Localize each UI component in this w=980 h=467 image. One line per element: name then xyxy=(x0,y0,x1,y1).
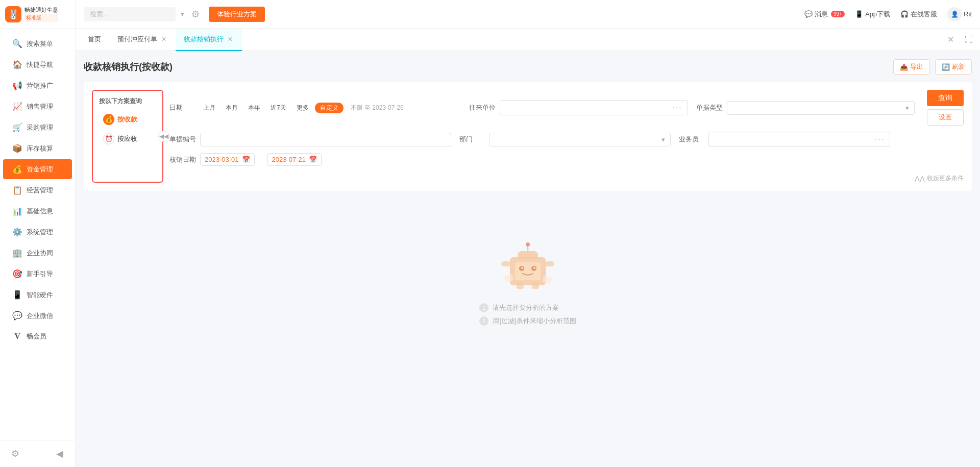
verify-date-to-input[interactable]: 2023-07-21 📅 xyxy=(267,153,322,166)
date-last-month-button[interactable]: 上月 xyxy=(199,103,219,113)
tab-collection-label: 收款核销执行 xyxy=(184,35,224,44)
date-this-month-button[interactable]: 本月 xyxy=(222,103,242,113)
sidebar-logo: 🐰 畅捷通好生意 标准版 xyxy=(0,0,75,29)
query-button[interactable]: 查询 xyxy=(927,90,964,106)
settings-button[interactable]: 设置 xyxy=(927,109,964,126)
verify-date-to-text: 2023-07-21 xyxy=(272,156,306,163)
calendar-to-icon: 📅 xyxy=(309,156,317,163)
user-avatar[interactable]: 👤 Rit xyxy=(947,7,972,21)
top-header: 搜索... ▾ ⚙ 体验行业方案 💬 消息 99+ 📱 App下载 🎧 在线客服… xyxy=(76,0,980,29)
filter-panel: 按以下方案查询 💰 按收款 ⏰ 按应收 ◀◀ 日期 xyxy=(84,82,972,191)
party-label: 往来单位 xyxy=(469,103,496,112)
export-icon: 📤 xyxy=(900,63,908,71)
sidebar-item-label: 企业微信 xyxy=(27,311,53,321)
sidebar-item-hardware[interactable]: 📱 智能硬件 xyxy=(3,285,72,305)
sidebar-item-label: 资金管理 xyxy=(27,165,53,174)
tab-home[interactable]: 首页 xyxy=(80,29,109,51)
tab-collection[interactable]: 收款核销执行 ✕ xyxy=(176,29,242,51)
industry-solution-button[interactable]: 体验行业方案 xyxy=(209,7,265,22)
message-icon: 💬 xyxy=(804,10,813,18)
svg-point-4 xyxy=(521,267,523,269)
sidebar-item-system[interactable]: ⚙️ 系统管理 xyxy=(3,222,72,242)
voucher-type-select[interactable]: ▾ xyxy=(727,101,915,115)
sidebar-item-marketing[interactable]: 📢 营销推广 xyxy=(3,76,72,95)
verify-date-from-text: 2023-03-01 xyxy=(205,156,239,163)
sidebar-item-weixin[interactable]: 💬 企业微信 xyxy=(3,306,72,326)
svg-point-8 xyxy=(526,242,530,247)
tab-prepay-close-icon[interactable]: ✕ xyxy=(160,35,167,44)
svg-rect-11 xyxy=(517,283,524,289)
voucher-type-label: 单据类型 xyxy=(696,103,723,112)
sales-icon: 📈 xyxy=(12,102,22,111)
collapse-more-button[interactable]: ⋀⋀ 收起更多条件 xyxy=(169,174,964,183)
empty-illustration xyxy=(497,232,558,293)
sidebar-item-label: 采购管理 xyxy=(27,123,53,132)
avatar-image: 👤 xyxy=(947,7,962,21)
page-title-bar: 收款核销执行(按收款) 📤 导出 🔄 刷新 xyxy=(84,59,972,75)
online-service-button[interactable]: 🎧 在线客服 xyxy=(900,10,937,19)
filter-verify-date-field: 核销日期 2023-03-01 📅 — 2023-07-21 📅 xyxy=(169,153,451,166)
message-button[interactable]: 💬 消息 99+ xyxy=(804,10,845,19)
svg-rect-9 xyxy=(501,261,510,266)
date-more-button[interactable]: 更多 xyxy=(292,103,313,113)
voucher-num-input[interactable] xyxy=(200,133,451,146)
refresh-icon: 🔄 xyxy=(942,63,950,71)
verify-date-from-input[interactable]: 2023-03-01 📅 xyxy=(200,153,255,166)
empty-state: 1 请先选择要分析的方案 2 用[过滤]条件来缩小分析范围 xyxy=(84,191,972,346)
filter-option-by-receivable[interactable]: ⏰ 按应收 xyxy=(99,130,156,148)
sidebar-item-member[interactable]: V 畅会员 xyxy=(3,327,72,346)
sidebar-item-inventory[interactable]: 📦 库存核算 xyxy=(3,138,72,158)
date-range-separator: — xyxy=(258,156,264,163)
dept-select[interactable]: ▾ xyxy=(489,133,671,146)
filter-option-by-receipt[interactable]: 💰 按收款 xyxy=(99,111,156,128)
sidebar-item-quicknav[interactable]: 🏠 快捷导航 xyxy=(3,55,72,75)
tab-prepay[interactable]: 预付冲应付单 ✕ xyxy=(109,29,176,51)
filter-dept-field: 部门 ▾ xyxy=(459,133,671,146)
page-actions: 📤 导出 🔄 刷新 xyxy=(893,59,972,75)
collapse-left-panel-button[interactable]: ◀◀ xyxy=(158,131,169,142)
sidebar-item-guide[interactable]: 🎯 新手引导 xyxy=(3,264,72,284)
sidebar-item-sales[interactable]: 📈 销售管理 xyxy=(3,96,72,116)
maximize-button[interactable]: ⛶ xyxy=(962,33,976,47)
staff-select[interactable]: ··· xyxy=(708,132,890,147)
app-label: App下载 xyxy=(865,10,890,19)
sidebar-item-basic[interactable]: 📊 基础信息 xyxy=(3,201,72,221)
close-window-button[interactable]: ✕ xyxy=(943,33,958,47)
app-download-button[interactable]: 📱 App下载 xyxy=(855,10,890,19)
svg-point-5 xyxy=(533,267,535,269)
inventory-icon: 📦 xyxy=(12,143,22,153)
empty-tips: 1 请先选择要分析的方案 2 用[过滤]条件来缩小分析范围 xyxy=(479,303,576,326)
message-badge: 99+ xyxy=(831,11,845,17)
tip-1-num: 1 xyxy=(479,303,488,312)
export-button[interactable]: 📤 导出 xyxy=(893,59,930,75)
logo-icon: 🐰 xyxy=(5,6,21,22)
gear-icon[interactable]: ⚙ xyxy=(191,9,200,20)
sidebar-item-enterprise[interactable]: 🏢 企业协同 xyxy=(3,243,72,263)
sidebar-item-purchase[interactable]: 🛒 采购管理 xyxy=(3,117,72,137)
party-select[interactable]: ··· xyxy=(500,100,688,115)
settings-button[interactable]: ⚙ xyxy=(7,446,23,462)
date-this-year-button[interactable]: 本年 xyxy=(244,103,264,113)
refresh-button[interactable]: 🔄 刷新 xyxy=(935,59,972,75)
filter-staff-field: 业务员 ··· xyxy=(679,132,890,147)
sidebar-item-search[interactable]: 🔍 搜索菜单 xyxy=(3,34,72,54)
party-select-dots-icon: ··· xyxy=(672,103,682,112)
svg-rect-10 xyxy=(545,261,554,266)
date-7days-button[interactable]: 近7天 xyxy=(266,103,290,113)
sidebar-item-finance[interactable]: 💰 资金管理 xyxy=(3,159,72,179)
hardware-icon: 📱 xyxy=(12,290,22,300)
dropdown-arrow-icon[interactable]: ▾ xyxy=(181,10,184,18)
tab-collection-close-icon[interactable]: ✕ xyxy=(227,35,234,44)
marketing-icon: 📢 xyxy=(12,81,22,90)
tab-bar-actions: ✕ ⛶ xyxy=(943,33,976,47)
tab-bar: 首页 预付冲应付单 ✕ 收款核销执行 ✕ ✕ ⛶ xyxy=(76,29,980,51)
dept-chevron-icon: ▾ xyxy=(662,136,665,143)
logo-text-group: 畅捷通好生意 标准版 xyxy=(24,6,58,22)
collapse-sidebar-button[interactable]: ◀ xyxy=(52,446,68,462)
date-custom-button[interactable]: 自定义 xyxy=(315,103,344,113)
sidebar-item-label: 销售管理 xyxy=(27,102,53,111)
staff-select-dots-icon: ··· xyxy=(875,135,885,144)
filter-row-3: 核销日期 2023-03-01 📅 — 2023-07-21 📅 xyxy=(169,153,964,166)
management-icon: 📋 xyxy=(12,185,22,195)
sidebar-item-management[interactable]: 📋 经营管理 xyxy=(3,180,72,200)
